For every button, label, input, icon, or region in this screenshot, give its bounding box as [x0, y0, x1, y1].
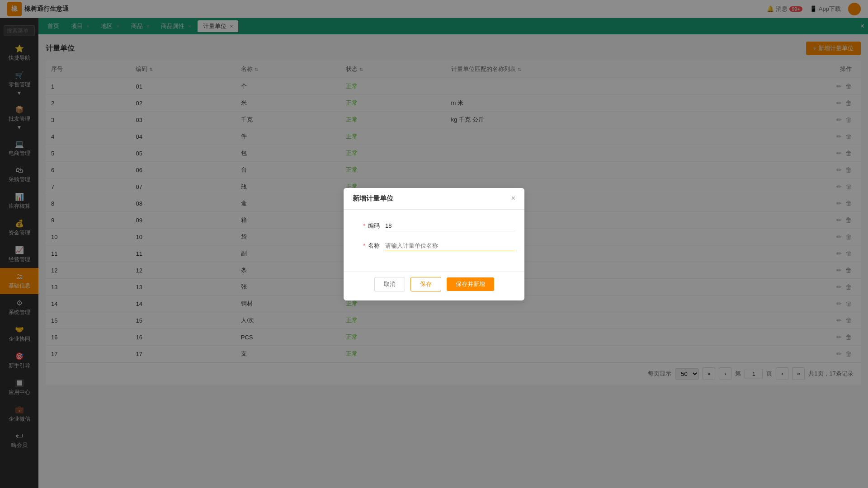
add-unit-modal: 新增计量单位 × * 编码 * 名称 取消 保存 保存并新增 [344, 188, 524, 300]
code-input[interactable] [385, 221, 515, 231]
save-button[interactable]: 保存 [410, 277, 441, 291]
name-label: * 名称 [353, 242, 380, 250]
modal-body: * 编码 * 名称 [344, 210, 524, 271]
modal-footer: 取消 保存 保存并新增 [344, 271, 524, 300]
name-input[interactable] [385, 240, 515, 251]
save-and-new-button[interactable]: 保存并新增 [447, 277, 494, 291]
code-form-item: * 编码 [353, 221, 515, 231]
required-mark: * [363, 222, 365, 229]
name-form-item: * 名称 [353, 240, 515, 251]
modal-overlay: 新增计量单位 × * 编码 * 名称 取消 保存 保存并新增 [0, 0, 868, 488]
code-label-text: 编码 [368, 222, 380, 229]
code-label: * 编码 [353, 222, 380, 230]
required-mark: * [363, 242, 365, 249]
modal-header: 新增计量单位 × [344, 188, 524, 210]
modal-close-button[interactable]: × [511, 194, 515, 202]
cancel-button[interactable]: 取消 [374, 277, 405, 291]
modal-title: 新增计量单位 [353, 194, 393, 203]
name-label-text: 名称 [368, 242, 380, 249]
